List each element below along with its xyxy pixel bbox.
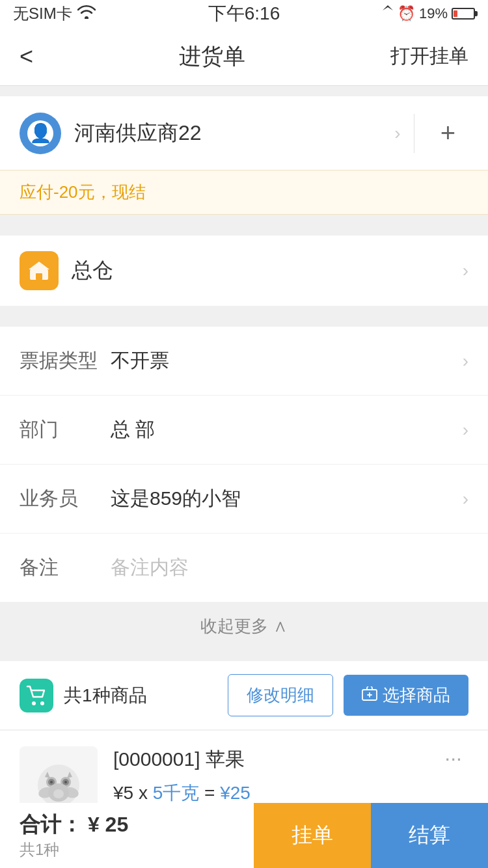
total-value: ¥ 25 [88, 813, 128, 836]
quantity: 5千克 [153, 783, 200, 803]
warehouse-name: 总仓 [72, 256, 463, 285]
svg-point-4 [40, 701, 44, 705]
battery-icon [452, 8, 475, 20]
product-menu-button[interactable]: ··· [438, 746, 468, 770]
hang-button[interactable]: 挂单 [254, 803, 371, 868]
total-section: 合计： ¥ 25 共1种 [0, 803, 254, 868]
status-bar: 无SIM卡 下午6:16 ⏰ 19% [0, 0, 488, 27]
section-gap-4 [0, 651, 488, 661]
product-icon [20, 679, 53, 712]
supplier-name: 河南供应商22 [74, 119, 394, 148]
back-button[interactable]: < [20, 43, 33, 70]
collapse-bar[interactable]: 收起更多 ∧ [0, 602, 488, 651]
equals-sign: = [204, 783, 220, 803]
product-title: 苹果 [206, 748, 245, 770]
alarm-icon: ⏰ [398, 5, 415, 22]
avatar-inner: 👤 [27, 120, 53, 146]
remark-row[interactable]: 备注 备注内容 [0, 534, 488, 602]
salesman-chevron-icon: › [463, 489, 468, 509]
product-code: [0000001] [113, 748, 200, 770]
notice-bar: 应付-20元，现结 [0, 170, 488, 215]
page-title: 进货单 [179, 42, 245, 72]
supplier-avatar: 👤 [20, 113, 61, 154]
select-product-icon [362, 685, 377, 705]
svg-point-14 [64, 781, 67, 783]
warehouse-icon [20, 251, 59, 290]
warehouse-section: 总仓 › [0, 236, 488, 306]
battery-percent: 19% [419, 5, 448, 22]
item-total: ¥25 [220, 783, 251, 803]
supplier-divider [414, 114, 414, 153]
total-label: 合计： [20, 813, 82, 836]
product-info: [0000001] 苹果 ¥5 x 5千克 = ¥25 [113, 746, 438, 806]
department-value: 总 部 [111, 416, 463, 443]
department-label: 部门 [20, 416, 98, 443]
svg-rect-2 [36, 273, 42, 280]
checkout-button[interactable]: 结算 [371, 803, 488, 868]
form-section: 票据类型 不开票 › 部门 总 部 › 业务员 这是859的小智 › 备注 备注… [0, 327, 488, 602]
salesman-row[interactable]: 业务员 这是859的小智 › [0, 465, 488, 534]
total-amount: 合计： ¥ 25 [20, 811, 254, 839]
bottom-bar: 合计： ¥ 25 共1种 挂单 结算 [0, 803, 488, 868]
multiply-sign: x [139, 783, 153, 803]
supplier-row[interactable]: 👤 河南供应商22 › + [0, 96, 488, 170]
select-product-label: 选择商品 [383, 684, 450, 707]
department-chevron-icon: › [463, 420, 468, 441]
salesman-value: 这是859的小智 [111, 485, 463, 512]
carrier-text: 无SIM卡 [13, 3, 72, 24]
nav-bar: < 进货单 打开挂单 [0, 27, 488, 86]
invoice-label: 票据类型 [20, 347, 98, 374]
remark-placeholder[interactable]: 备注内容 [111, 554, 468, 581]
svg-point-13 [50, 781, 53, 783]
supplier-section: 👤 河南供应商22 › + 应付-20元，现结 [0, 96, 488, 215]
warehouse-row[interactable]: 总仓 › [0, 236, 488, 306]
salesman-label: 业务员 [20, 485, 98, 512]
status-right: ⏰ 19% [382, 5, 475, 23]
add-supplier-button[interactable]: + [427, 112, 468, 154]
person-icon: 👤 [29, 122, 52, 144]
chevron-right-icon: › [394, 123, 400, 144]
section-gap-3 [0, 306, 488, 316]
svg-point-3 [32, 701, 36, 705]
product-price-row: ¥5 x 5千克 = ¥25 [113, 781, 438, 806]
open-hang-button[interactable]: 打开挂单 [390, 43, 468, 70]
location-icon [382, 5, 394, 23]
product-count: 共1种商品 [64, 683, 228, 708]
warehouse-chevron-icon: › [463, 260, 468, 281]
invoice-value: 不开票 [111, 347, 463, 374]
total-sub: 共1种 [20, 839, 254, 860]
section-gap-2 [0, 215, 488, 225]
department-row[interactable]: 部门 总 部 › [0, 396, 488, 465]
select-product-button[interactable]: 选择商品 [344, 675, 468, 716]
section-gap-1 [0, 86, 488, 96]
svg-point-21 [53, 789, 64, 798]
svg-marker-1 [29, 262, 49, 269]
edit-detail-button[interactable]: 修改明细 [228, 674, 333, 716]
status-left: 无SIM卡 [13, 3, 96, 24]
unit-price: ¥5 [113, 783, 133, 803]
product-name: [0000001] 苹果 [113, 746, 438, 773]
status-time: 下午6:16 [208, 1, 280, 26]
wifi-icon [77, 5, 96, 23]
invoice-row[interactable]: 票据类型 不开票 › [0, 327, 488, 396]
product-header: 共1种商品 修改明细 选择商品 [0, 661, 488, 729]
remark-label: 备注 [20, 554, 98, 581]
invoice-chevron-icon: › [463, 351, 468, 372]
